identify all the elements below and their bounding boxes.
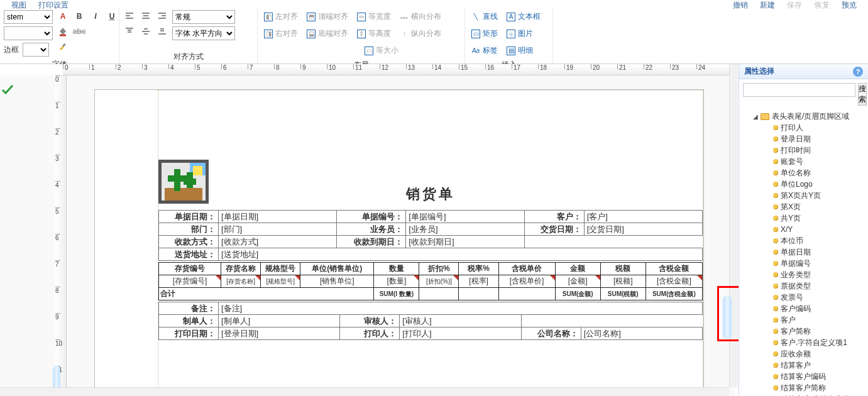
- lay-eqh[interactable]: ⇕等高度: [354, 27, 393, 40]
- brush-icon[interactable]: [57, 40, 69, 53]
- tree-item-6[interactable]: 第X页共Y页: [773, 190, 865, 201]
- fill-icon[interactable]: [57, 25, 69, 38]
- cell-6[interactable]: [税率]: [459, 275, 498, 288]
- lay-right[interactable]: ◨右对齐: [261, 27, 300, 40]
- page[interactable]: 销货单 单据日期： [单据日期] 单据编号： [单据编号] 客户： [客户] 部…: [94, 89, 704, 396]
- underline-icon[interactable]: U: [106, 10, 118, 23]
- tree-item-7[interactable]: 第X页: [773, 201, 865, 212]
- hmode-select[interactable]: 字体 水平方向: [172, 26, 235, 40]
- tree-item-10[interactable]: 本位币: [773, 235, 865, 246]
- val-paytype[interactable]: [收款方式]: [219, 236, 337, 248]
- tree-item-2[interactable]: 打印时间: [773, 145, 865, 156]
- tree-item-16[interactable]: 客户编码: [773, 303, 865, 314]
- tree-item-21[interactable]: 结算客户: [773, 360, 865, 371]
- cell-3[interactable]: [销售单位]: [300, 275, 374, 288]
- tree-item-17[interactable]: 客户: [773, 314, 865, 326]
- col-5[interactable]: 折扣%: [419, 263, 459, 275]
- ins-label[interactable]: Aa标签: [469, 44, 500, 57]
- col-6[interactable]: 税率%: [459, 263, 498, 275]
- tree-item-4[interactable]: 单位名称: [773, 167, 865, 179]
- val-billdate[interactable]: [单据日期]: [219, 211, 337, 223]
- align-center-icon[interactable]: [140, 10, 152, 23]
- val-addr[interactable]: [送货地址]: [219, 248, 703, 261]
- align-right-icon[interactable]: [156, 10, 168, 23]
- valign-bot-icon[interactable]: [156, 25, 168, 38]
- cell-4[interactable]: [数量]: [374, 275, 419, 288]
- help-icon[interactable]: ?: [853, 67, 863, 77]
- tree-folder[interactable]: ◢ 表头表尾/页眉页脚区域: [742, 111, 865, 122]
- cell-9[interactable]: [税额]: [600, 275, 646, 288]
- tree-item-1[interactable]: 登录日期: [773, 133, 865, 145]
- ins-detail[interactable]: ▤明细: [504, 44, 536, 57]
- border-select[interactable]: [23, 43, 49, 57]
- tree-item-24[interactable]: 结算客户.字符自定义项: [773, 393, 865, 396]
- lay-top[interactable]: ⬒顶端对齐: [304, 10, 351, 23]
- cell-5[interactable]: [折扣(%)]: [419, 275, 459, 288]
- tree-item-12[interactable]: 单据编号: [773, 258, 865, 269]
- tree-item-20[interactable]: 应收余额: [773, 348, 865, 360]
- col-4[interactable]: 数量: [374, 263, 419, 275]
- tree-item-8[interactable]: 共Y页: [773, 212, 865, 224]
- data-row[interactable]: [存货编号] [存货名称] [规格型号] [销售单位] [数量] [折扣(%)]…: [159, 275, 703, 288]
- tree-item-22[interactable]: 结算客户编码: [773, 371, 865, 382]
- cell-1[interactable]: [存货名称]: [221, 275, 261, 288]
- val-cust[interactable]: [客户]: [584, 211, 702, 223]
- scrollbar-v[interactable]: [729, 64, 738, 387]
- font-size[interactable]: [4, 26, 53, 40]
- lay-left[interactable]: ◧左对齐: [261, 10, 300, 23]
- tree-item-11[interactable]: 单据日期: [773, 246, 865, 258]
- tree-item-15[interactable]: 发票号: [773, 292, 865, 303]
- tree-item-13[interactable]: 业务类型: [773, 269, 865, 280]
- tree-item-18[interactable]: 客户简称: [773, 326, 865, 337]
- val-audit[interactable]: [审核人]: [400, 315, 521, 327]
- col-7[interactable]: 含税单价: [498, 263, 555, 275]
- ins-rect[interactable]: ▭矩形: [469, 27, 500, 40]
- lay-bottom[interactable]: ⬓底端对齐: [304, 27, 351, 40]
- ins-image[interactable]: ☼图片: [504, 27, 536, 40]
- ins-line[interactable]: ╲直线: [469, 10, 500, 23]
- cell-10[interactable]: [含税金额]: [646, 275, 702, 288]
- ins-textbox[interactable]: A文本框: [504, 10, 543, 23]
- align-left-icon[interactable]: [123, 10, 136, 23]
- col-8[interactable]: 金额: [555, 263, 600, 275]
- val-clerk[interactable]: [业务员]: [406, 223, 524, 236]
- style-select[interactable]: 常规: [172, 10, 235, 24]
- val-dept[interactable]: [部门]: [219, 223, 337, 236]
- val-pdate[interactable]: [登录日期]: [219, 327, 340, 340]
- col-9[interactable]: 税额: [600, 263, 646, 275]
- col-10[interactable]: 含税金额: [646, 263, 702, 275]
- cell-7[interactable]: [含税单价]: [498, 275, 555, 288]
- font-color-icon[interactable]: A: [57, 10, 69, 23]
- lay-vdist[interactable]: ⁝纵向分布: [397, 27, 444, 40]
- tree-item-0[interactable]: 打印人: [773, 122, 865, 133]
- search-input[interactable]: [743, 83, 855, 97]
- valign-mid-icon[interactable]: [140, 25, 152, 38]
- val-duedate[interactable]: [收款到期日]: [406, 236, 524, 248]
- tree-item-9[interactable]: X/Y: [773, 224, 865, 235]
- scrollbar-h[interactable]: [0, 387, 729, 396]
- val-maker[interactable]: [制单人]: [219, 315, 340, 327]
- italic-icon[interactable]: I: [89, 10, 102, 23]
- tree-item-3[interactable]: 账套号: [773, 156, 865, 167]
- tree-item-14[interactable]: 票据类型: [773, 280, 865, 292]
- col-2[interactable]: 规格型号: [261, 263, 300, 275]
- val-printer[interactable]: [打印人]: [400, 327, 521, 340]
- val-billno[interactable]: [单据编号]: [406, 211, 524, 223]
- tree-item-5[interactable]: 单位Logo: [773, 179, 865, 190]
- sum-row[interactable]: 合计 SUM(I 数量) SUM(金额) SUM(税额) SUM(含税金额): [159, 288, 703, 300]
- lay-eqw[interactable]: ⇔等宽度: [354, 10, 393, 23]
- bold-icon[interactable]: B: [73, 10, 85, 23]
- lay-eqsize[interactable]: ▭等大小: [362, 44, 401, 57]
- val-deliv[interactable]: [交货日期]: [584, 223, 702, 236]
- lay-hdist[interactable]: ₒₒₒ横向分布: [397, 10, 444, 23]
- panel-collapse-handle[interactable]: [723, 295, 732, 339]
- font-family[interactable]: stem: [4, 10, 53, 24]
- search-button[interactable]: 搜索: [858, 83, 867, 106]
- tree-item-23[interactable]: 结算客户简称: [773, 382, 865, 393]
- cell-0[interactable]: [存货编号]: [159, 275, 221, 288]
- canvas[interactable]: 0123456789101112131415161718192021222324…: [0, 64, 735, 396]
- tree-item-19[interactable]: 客户.字符自定义项1: [773, 337, 865, 348]
- property-tree[interactable]: ◢ 表头表尾/页眉页脚区域 打印人登录日期打印时间账套号单位名称单位Logo第X…: [739, 109, 868, 396]
- val-remark[interactable]: [备注]: [219, 302, 703, 315]
- col-0[interactable]: 存货编号: [159, 263, 221, 275]
